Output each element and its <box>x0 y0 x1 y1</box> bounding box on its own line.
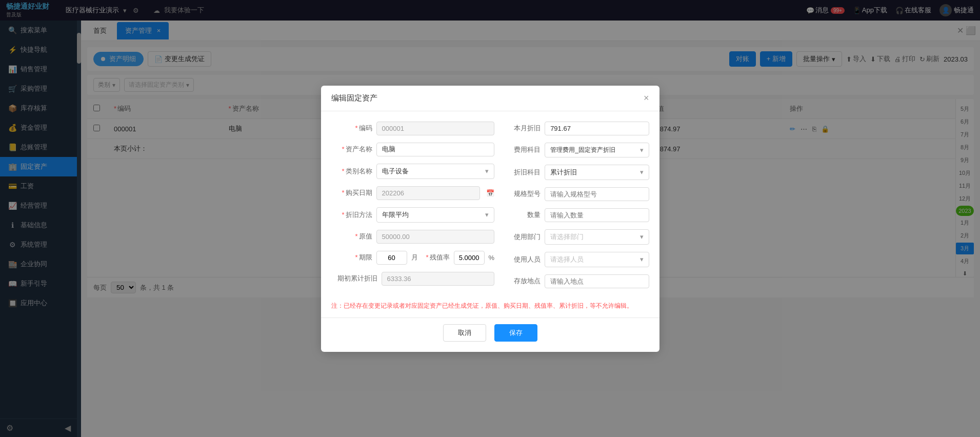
depr-method-row: *折旧方法 年限平均 ▾ <box>331 207 495 223</box>
spec-model-row: 规格型号 <box>505 187 649 201</box>
person-arrow: ▾ <box>640 255 644 263</box>
calendar-icon[interactable]: 📅 <box>486 189 494 197</box>
dept-label: 使用部门 <box>505 232 541 242</box>
person-row: 使用人员 请选择人员 ▾ <box>505 252 649 267</box>
category-label: *类别名称 <box>331 167 372 176</box>
modal-note: 注：已经存在变更记录或者对应固定资产已经生成凭证，原值、购买日期、残值率、累计折… <box>321 299 659 317</box>
category-select[interactable]: 电子设备 ▾ <box>376 164 495 179</box>
asset-name-label: *资产名称 <box>331 145 372 154</box>
dept-arrow: ▾ <box>640 233 644 241</box>
original-value-row: *原值 <box>331 230 495 244</box>
modal-header: 编辑固定资产 × <box>321 86 659 111</box>
initial-depr-input[interactable] <box>382 272 495 286</box>
initial-depr-row: 期初累计折旧 <box>331 272 495 286</box>
original-value-input[interactable] <box>376 230 495 244</box>
expense-subject-row: 费用科目 管理费用_固定资产折旧 ▾ <box>505 143 649 157</box>
person-select[interactable]: 请选择人员 ▾ <box>545 252 649 267</box>
spec-model-input[interactable] <box>545 187 649 201</box>
location-input[interactable] <box>545 274 649 288</box>
expense-subject-select[interactable]: 管理费用_固定资产折旧 ▾ <box>545 143 649 157</box>
modal-body: *编码 *资产名称 *类别名称 电子设备 <box>321 111 659 299</box>
asset-name-input[interactable] <box>376 143 495 156</box>
term-residual-row: *期限 月 *残值率 % <box>331 251 495 265</box>
code-label: *编码 <box>331 124 372 133</box>
depr-method-select[interactable]: 年限平均 ▾ <box>376 207 495 223</box>
monthly-depr-label: 本月折旧 <box>505 124 541 133</box>
category-arrow: ▾ <box>485 167 489 175</box>
person-label: 使用人员 <box>505 255 541 264</box>
expense-subject-arrow: ▾ <box>640 146 644 154</box>
monthly-depr-input[interactable] <box>545 122 649 135</box>
dept-row: 使用部门 请选择部门 ▾ <box>505 229 649 245</box>
modal-overlay: 编辑固定资产 × *编码 *资产名称 <box>0 0 980 437</box>
monthly-depr-row: 本月折旧 <box>505 122 649 135</box>
term-unit: 月 <box>411 253 418 262</box>
term-label: *期限 <box>331 253 372 262</box>
spec-model-label: 规格型号 <box>505 189 541 198</box>
original-value-label: *原值 <box>331 232 372 241</box>
term-input[interactable] <box>376 251 407 265</box>
depr-subject-select[interactable]: 累计折旧 ▾ <box>545 165 649 180</box>
depr-method-label: *折旧方法 <box>331 210 372 220</box>
location-label: 存放地点 <box>505 276 541 286</box>
residual-rate-input[interactable] <box>454 251 485 265</box>
edit-asset-modal: 编辑固定资产 × *编码 *资产名称 <box>321 86 659 352</box>
modal-right-col: 本月折旧 费用科目 管理费用_固定资产折旧 ▾ 折旧科目 累计折旧 <box>505 122 649 288</box>
modal-footer: 取消 保存 <box>321 317 659 352</box>
residual-rate-unit: % <box>489 254 495 262</box>
modal-left-col: *编码 *资产名称 *类别名称 电子设备 <box>331 122 495 288</box>
depr-method-arrow: ▾ <box>485 211 489 218</box>
quantity-input[interactable] <box>545 208 649 222</box>
depr-subject-row: 折旧科目 累计折旧 ▾ <box>505 165 649 180</box>
depr-subject-arrow: ▾ <box>640 168 644 176</box>
modal-title: 编辑固定资产 <box>331 93 377 103</box>
asset-name-row: *资产名称 <box>331 143 495 156</box>
quantity-row: 数量 <box>505 208 649 222</box>
save-button[interactable]: 保存 <box>494 324 537 342</box>
code-input[interactable] <box>376 122 495 135</box>
category-row: *类别名称 电子设备 ▾ <box>331 164 495 179</box>
residual-rate-label: *残值率 <box>426 253 450 262</box>
quantity-label: 数量 <box>505 210 541 220</box>
modal-close-btn[interactable]: × <box>644 93 649 104</box>
code-row: *编码 <box>331 122 495 135</box>
cancel-button[interactable]: 取消 <box>443 324 486 342</box>
location-row: 存放地点 <box>505 274 649 288</box>
dept-select[interactable]: 请选择部门 ▾ <box>545 229 649 245</box>
purchase-date-row: *购买日期 📅 <box>331 186 495 200</box>
depr-subject-label: 折旧科目 <box>505 168 541 177</box>
initial-depr-label: 期初累计折旧 <box>331 274 377 283</box>
purchase-date-label: *购买日期 <box>331 188 372 197</box>
expense-subject-label: 费用科目 <box>505 145 541 154</box>
purchase-date-input[interactable] <box>376 186 481 200</box>
modal-note-text: 注：已经存在变更记录或者对应固定资产已经生成凭证，原值、购买日期、残值率、累计折… <box>331 302 633 309</box>
